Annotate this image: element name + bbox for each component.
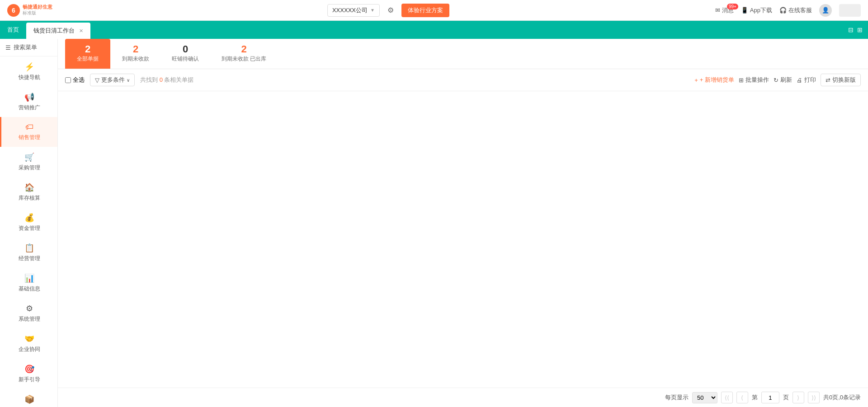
select-all-label: 全选 (73, 76, 85, 84)
guide-label: 新手引导 (19, 376, 40, 384)
tab-minimize-icon[interactable]: ⊟ (848, 26, 854, 33)
purchase-label: 采购管理 (19, 164, 40, 172)
stat-overdue-collect-num: 2 (133, 43, 138, 55)
app-download-label: App下载 (750, 6, 772, 14)
print-label: 打印 (804, 76, 816, 84)
online-service-button[interactable]: 🎧 在线客服 (779, 6, 812, 14)
sidebar-item-quick-nav[interactable]: ⚡ 快捷导航 (0, 56, 57, 87)
logo-text-area: 畅捷通好生意 标准版 (23, 4, 52, 16)
sidebar-item-marketing[interactable]: 📢 营销推广 (0, 87, 57, 117)
search-menu-icon: ☰ (5, 44, 11, 51)
tab-maximize-icon[interactable]: ⊞ (857, 26, 863, 33)
batch-label: 批量操作 (745, 76, 769, 84)
company-selector[interactable]: XXXXXX公司 ▼ (327, 4, 380, 17)
stat-overdue-out-label: 到期未收款 已出库 (222, 55, 266, 63)
per-page-select[interactable]: 50 100 200 (692, 392, 717, 403)
avatar[interactable]: 👤 (819, 4, 832, 17)
pagination: 每页显示 50 100 200 ⟨⟨ ⟨ 第 页 ⟩ ⟩⟩ 共0页,0条记录 (58, 388, 868, 407)
print-icon: 🖨 (797, 77, 802, 84)
sidebar-item-app-center[interactable]: 📦 应用中心 (0, 389, 57, 407)
tab-workbench-label: 钱货日清工作台 (33, 27, 75, 35)
service-label: 在线客服 (788, 6, 812, 14)
sales-icon: 🏷 (25, 122, 33, 132)
filter-dropdown-icon: ∨ (127, 78, 130, 83)
purchase-icon: 🛒 (24, 152, 34, 162)
tab-nav: 首页 钱货日清工作台 ✕ ⊟ ⊞ (0, 21, 868, 39)
search-menu-item[interactable]: ☰ 搜索菜单 (0, 39, 57, 56)
found-prefix: 共找到 (140, 76, 158, 83)
top-bar-center: XXXXXX公司 ▼ ⚙ 体验行业方案 (327, 4, 449, 17)
enterprise-icon: 🤝 (24, 334, 34, 344)
page-label: 第 (752, 393, 758, 402)
stats-tabs: 2 全部单据 2 到期未收款 0 旺铺待确认 2 到期未收款 已出库 (58, 39, 868, 69)
tab-close-icon[interactable]: ✕ (79, 28, 83, 34)
tab-home-label: 首页 (7, 26, 19, 34)
first-page-button[interactable]: ⟨⟨ (721, 392, 733, 403)
system-label: 系统管理 (19, 315, 40, 323)
settings-button[interactable]: ⚙ (384, 4, 397, 17)
sidebar-item-inventory[interactable]: 🏠 库存核算 (0, 177, 57, 207)
sidebar-item-purchase[interactable]: 🛒 采购管理 (0, 147, 57, 177)
top-bar: 6 畅捷通好生意 标准版 XXXXXX公司 ▼ ⚙ 体验行业方案 ✉ 消息 99… (0, 0, 868, 21)
per-page-label: 每页显示 (665, 393, 689, 402)
batch-operation-button[interactable]: ⊞ 批量操作 (739, 76, 769, 84)
total-info: 共0页,0条记录 (823, 393, 861, 402)
refresh-icon: ↻ (774, 77, 778, 84)
app-download-button[interactable]: 📱 App下载 (741, 6, 772, 14)
filter-icon: ▽ (95, 77, 99, 84)
stat-tab-pending-confirm[interactable]: 0 旺铺待确认 (161, 39, 210, 69)
add-icon: + (694, 77, 698, 84)
select-all-checkbox[interactable]: 全选 (65, 76, 85, 84)
stat-overdue-out-num: 2 (241, 43, 247, 55)
user-name-area[interactable] (839, 4, 861, 17)
refresh-button[interactable]: ↻ 刷新 (774, 76, 792, 84)
table-area (58, 91, 868, 388)
messages-button[interactable]: ✉ 消息 99+ (715, 6, 734, 14)
add-label: + 新增销货单 (700, 76, 734, 84)
last-page-button[interactable]: ⟩⟩ (808, 392, 820, 403)
operation-icon: 📋 (24, 243, 34, 253)
found-text: 共找到 0 条相关单据 (140, 76, 193, 84)
sidebar-item-enterprise[interactable]: 🤝 企业协同 (0, 328, 57, 359)
system-icon: ⚙ (26, 304, 33, 313)
tab-workbench[interactable]: 钱货日清工作台 ✕ (26, 23, 90, 39)
content-area: 2 全部单据 2 到期未收款 0 旺铺待确认 2 到期未收款 已出库 全选 (58, 39, 868, 407)
next-page-button[interactable]: ⟩ (793, 392, 804, 403)
marketing-icon: 📢 (24, 92, 34, 102)
tab-home[interactable]: 首页 (0, 21, 26, 39)
stat-tab-all[interactable]: 2 全部单据 (65, 39, 110, 69)
sidebar-item-system[interactable]: ⚙ 系统管理 (0, 298, 57, 328)
top-bar-left: 6 畅捷通好生意 标准版 (7, 4, 61, 17)
switch-label: 切换新版 (832, 76, 856, 84)
stat-tab-overdue-out[interactable]: 2 到期未收款 已出库 (211, 39, 277, 69)
sidebar-item-base-info[interactable]: 📊 基础信息 (0, 268, 57, 298)
stat-tab-overdue-collect[interactable]: 2 到期未收款 (111, 39, 160, 69)
quick-nav-icon: ⚡ (24, 62, 34, 72)
page-label-2: 页 (783, 393, 789, 402)
sidebar-item-operation[interactable]: 📋 经营管理 (0, 238, 57, 268)
message-icon: ✉ (715, 7, 720, 14)
add-sales-order-button[interactable]: + + 新增销货单 (694, 76, 734, 84)
trial-button[interactable]: 体验行业方案 (401, 4, 449, 17)
prev-page-button[interactable]: ⟨ (736, 392, 748, 403)
base-info-icon: 📊 (24, 273, 34, 283)
avatar-icon: 👤 (822, 7, 829, 14)
filter-button[interactable]: ▽ 更多条件 ∨ (90, 74, 135, 86)
batch-icon: ⊞ (739, 77, 744, 84)
messages-badge: 99+ (727, 4, 738, 9)
found-num: 0 (160, 76, 163, 83)
app-center-icon: 📦 (24, 394, 34, 404)
print-button[interactable]: 🖨 打印 (797, 76, 816, 84)
refresh-label: 刷新 (780, 76, 792, 84)
sidebar-item-sales[interactable]: 🏷 销售管理 (0, 117, 57, 147)
select-all-input[interactable] (65, 77, 71, 83)
page-number-input[interactable] (761, 392, 779, 403)
stat-all-label: 全部单据 (77, 55, 99, 63)
sidebar-item-capital[interactable]: 💰 资金管理 (0, 207, 57, 238)
switch-version-button[interactable]: ⇄ 切换新版 (821, 74, 861, 86)
marketing-label: 营销推广 (19, 104, 40, 112)
sidebar-item-guide[interactable]: 🎯 新手引导 (0, 359, 57, 389)
company-name: XXXXXX公司 (332, 6, 368, 14)
capital-label: 资金管理 (19, 225, 40, 232)
top-bar-right: ✉ 消息 99+ 📱 App下载 🎧 在线客服 👤 (715, 4, 861, 17)
